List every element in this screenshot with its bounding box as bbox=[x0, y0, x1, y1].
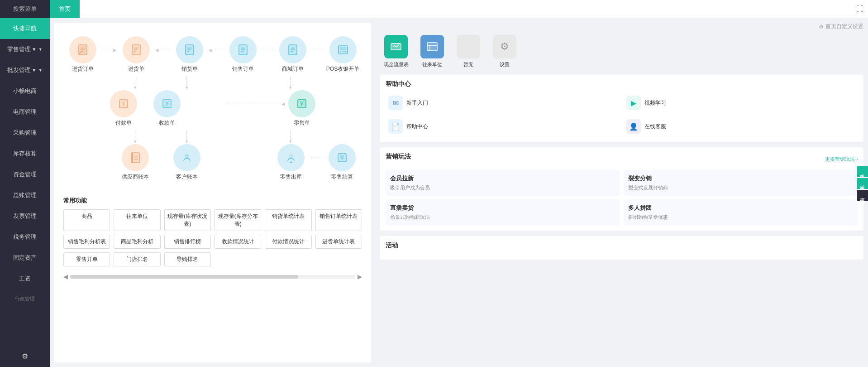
node-sales-bill[interactable]: 销货单 bbox=[170, 36, 209, 73]
quick-icon-empty: 暂无 bbox=[453, 35, 484, 68]
sidebar-item-tax[interactable]: 税务管理 bbox=[0, 227, 50, 247]
func-btn-goods[interactable]: 商品 bbox=[63, 209, 110, 231]
svg-point-46 bbox=[185, 154, 189, 158]
marketing-item-group[interactable]: 多人拼团 拼团购物享受优惠 bbox=[624, 199, 858, 225]
svg-text:¥: ¥ bbox=[121, 100, 125, 107]
horizontal-scrollbar[interactable]: ◀ ▶ bbox=[63, 273, 362, 280]
node-payment[interactable]: ¥ 付款单 bbox=[107, 90, 140, 127]
sidebar-item-ecom[interactable]: 电商管理 bbox=[0, 101, 50, 122]
spacer-5-6 bbox=[312, 50, 324, 50]
group-title: 多人拼团 bbox=[628, 204, 854, 212]
float-btn-desktop[interactable]: 桌面快捷 bbox=[857, 190, 868, 201]
supplier-book-icon bbox=[122, 144, 149, 171]
func-btn-goods-profit[interactable]: 商品毛利分析 bbox=[114, 235, 160, 249]
cashflow-icon-box bbox=[384, 35, 408, 58]
scroll-right-arrow[interactable]: ▶ bbox=[358, 273, 362, 280]
node-retail-settle-label: 零售结算 bbox=[331, 173, 353, 181]
quick-icon-partners[interactable]: 往来单位 bbox=[416, 35, 448, 68]
float-btn-community[interactable]: 服务社区 bbox=[857, 178, 868, 189]
func-btn-sales-order-stat[interactable]: 销售订单统计表 bbox=[315, 209, 362, 231]
node-retail-out[interactable]: 零售出库 bbox=[271, 144, 311, 181]
common-func-title: 常用功能 bbox=[63, 197, 362, 205]
svg-text:¥: ¥ bbox=[165, 100, 169, 107]
node-retail-bill[interactable]: ¥ 零售单 bbox=[285, 90, 319, 127]
node-sales-order[interactable]: 销售订单 bbox=[224, 36, 262, 73]
help-item-service[interactable]: 👤 在线客服 bbox=[624, 116, 858, 136]
svg-point-47 bbox=[289, 154, 293, 158]
func-btn-stock-status[interactable]: 现存量(库存状况表) bbox=[164, 209, 211, 231]
retail-settle-icon: ¥ bbox=[329, 144, 356, 171]
arrow-pos-retail: ◀ bbox=[227, 101, 285, 106]
help-item-help[interactable]: 📄 帮助中心 bbox=[386, 116, 620, 136]
sidebar-item-invoice[interactable]: 发票管理 bbox=[0, 206, 50, 227]
sidebar-item-fixed-assets[interactable]: 固定资产 bbox=[0, 247, 50, 268]
node-supplier-book[interactable]: 供应商账本 bbox=[115, 144, 155, 181]
home-custom-label: 首页自定义设置 bbox=[825, 23, 863, 30]
node-receipt-label: 收款单 bbox=[159, 119, 175, 127]
more-marketing-link[interactable]: 更多营销玩法 › bbox=[825, 156, 858, 163]
scroll-thumb bbox=[70, 275, 298, 279]
func-btn-retail-order[interactable]: 零售开单 bbox=[63, 252, 110, 266]
node-purchase-bill[interactable]: 进货单 bbox=[117, 36, 155, 73]
empty-icon-box bbox=[457, 35, 480, 58]
retail-out-icon bbox=[277, 144, 305, 171]
sidebar-item-retail[interactable]: 零售管理 ▾ bbox=[0, 39, 50, 60]
search-menu[interactable]: 搜索菜单 bbox=[0, 0, 50, 18]
func-btn-payment-stat[interactable]: 付款情况统计 bbox=[265, 235, 311, 249]
help-item-video[interactable]: ▶ 视频学习 bbox=[624, 93, 858, 113]
func-btn-sales-rank[interactable]: 销售排行榜 bbox=[164, 235, 211, 249]
node-purchase-order[interactable]: 进货订单 bbox=[63, 36, 102, 73]
node-receipt[interactable]: ¥ 收款单 bbox=[150, 90, 184, 127]
node-pos[interactable]: POS收银开单 bbox=[324, 36, 362, 73]
quick-icon-settings[interactable]: ⚙ 设置 bbox=[489, 35, 520, 68]
home-custom-setting[interactable]: ⚙ 首页自定义设置 bbox=[380, 23, 863, 30]
common-functions: 常用功能 商品 往来单位 现存量(库存状况表) 现存量(库存分布表) 销货单统计… bbox=[63, 197, 362, 266]
purchase-bill-icon bbox=[123, 36, 150, 63]
marketing-item-fission[interactable]: 裂变分销 裂变式发展分销商 bbox=[624, 170, 858, 196]
sidebar-item-xc-ecom[interactable]: 小畅电商 bbox=[0, 81, 50, 101]
node-pos-label: POS收银开单 bbox=[326, 65, 359, 73]
scroll-left-arrow[interactable]: ◀ bbox=[63, 273, 68, 280]
node-retail-settle[interactable]: ¥ 零售结算 bbox=[322, 144, 362, 181]
func-btn-stock-dist[interactable]: 现存量(库存分布表) bbox=[215, 209, 261, 231]
func-btn-sales-profit[interactable]: 销售毛利分析表 bbox=[63, 235, 110, 249]
func-btn-store-rank[interactable]: 门店排名 bbox=[114, 252, 160, 266]
node-retail-bill-label: 零售单 bbox=[294, 119, 310, 127]
node-customer-book-label: 客户账本 bbox=[176, 173, 198, 181]
sidebar-item-salary[interactable]: 工资 bbox=[0, 268, 50, 289]
home-tab[interactable]: 首页 bbox=[50, 0, 80, 18]
node-customer-book[interactable]: 客户账本 bbox=[167, 144, 207, 181]
sidebar-item-purchase[interactable]: 采购管理 bbox=[0, 122, 50, 143]
sidebar-item-inventory[interactable]: 库存核算 bbox=[0, 143, 50, 164]
marketing-item-member[interactable]: 会员拉新 吸引用户成为会员 bbox=[386, 170, 620, 196]
node-payment-label: 付款单 bbox=[115, 119, 132, 127]
quick-access-icons: 现金流量表 往来单位 暂无 ⚙ bbox=[380, 35, 863, 68]
func-btn-partners[interactable]: 往来单位 bbox=[114, 209, 160, 231]
func-btn-purchase-stat[interactable]: 进货单统计表 bbox=[315, 235, 362, 249]
settings-icon-box: ⚙ bbox=[493, 35, 516, 58]
func-btn-receipt-stat[interactable]: 收款情况统计 bbox=[215, 235, 261, 249]
sidebar-item-ledger[interactable]: 总账管理 bbox=[0, 185, 50, 206]
svg-text:¥: ¥ bbox=[300, 100, 304, 107]
quick-icon-cashflow[interactable]: 现金流量表 bbox=[380, 35, 412, 68]
node-sales-bill-label: 销货单 bbox=[181, 65, 198, 73]
sidebar-item-finance[interactable]: 资金管理 bbox=[0, 164, 50, 185]
marketing-grid: 会员拉新 吸引用户成为会员 裂变分销 裂变式发展分销商 直播卖货 场景式购物新玩… bbox=[386, 170, 858, 225]
func-btn-sales-stat[interactable]: 销货单统计表 bbox=[265, 209, 311, 231]
sidebar-item-quick-nav[interactable]: 快捷导航 bbox=[0, 18, 50, 39]
marketing-title: 营销玩法 bbox=[386, 153, 411, 161]
help-item-beginner[interactable]: ✉ 新手入门 bbox=[386, 93, 620, 113]
sidebar-item-more[interactable]: 行政管理 bbox=[0, 289, 50, 309]
help-center-title: 帮助中心 bbox=[386, 80, 858, 88]
help-grid: ✉ 新手入门 ▶ 视频学习 📄 帮助中心 👤 bbox=[386, 93, 858, 136]
float-btn-service[interactable]: 客服热线 bbox=[857, 166, 868, 177]
fullscreen-button[interactable]: ⛶ bbox=[856, 5, 863, 13]
gear-icon: ⚙ bbox=[819, 24, 824, 30]
sidebar-gear-button[interactable]: ⚙ bbox=[0, 346, 50, 367]
func-btn-guide-rank[interactable]: 导购排名 bbox=[164, 252, 211, 266]
marketing-item-live[interactable]: 直播卖货 场景式购物新玩法 bbox=[386, 199, 620, 225]
arrow-3-2: ◀ bbox=[155, 48, 170, 53]
marketing-section: 营销玩法 更多营销玩法 › 会员拉新 吸引用户成为会员 裂变分销 裂变式发展分销… bbox=[380, 147, 863, 231]
sidebar-item-wholesale[interactable]: 批发管理 ▾ bbox=[0, 60, 50, 81]
node-shop-order[interactable]: 商城订单 bbox=[274, 36, 312, 73]
